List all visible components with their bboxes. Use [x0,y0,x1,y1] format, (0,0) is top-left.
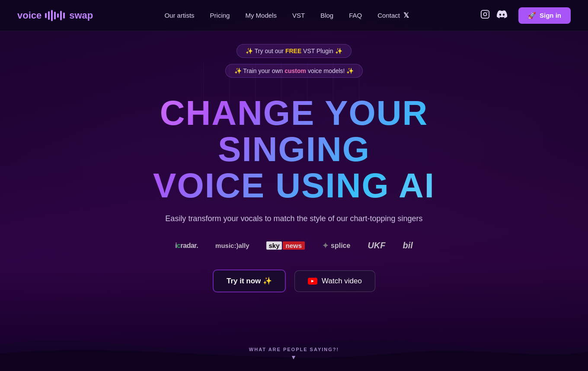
logo-swap: swap [69,10,93,21]
try-now-button[interactable]: Try it now ✨ [213,270,286,292]
bottom-label-text: WHAT ARE PEOPLE SAYING?! [249,347,339,352]
watch-video-label: Watch video [322,277,362,285]
nav-faq[interactable]: FAQ [349,12,362,19]
hero-subtitle: Easily transform your vocals to match th… [165,214,422,223]
bottom-arrow-icon: ▼ [249,354,339,361]
video-icon: ▶ [308,278,317,285]
vst-banner[interactable]: ✨ Try out our FREE VST Plugin ✨ [236,44,352,58]
main-content: ✨ Try out our FREE VST Plugin ✨ ✨ Train … [0,31,588,292]
splice-label: splice [331,242,350,250]
vst-banner-prefix: ✨ Try out our [246,48,285,54]
news-label: news [283,241,305,250]
sign-in-label: Sign in [540,12,561,19]
press-logo-skynews: skynews [266,241,305,250]
vst-banner-highlight: FREE [285,48,301,54]
nav-blog[interactable]: Blog [320,12,333,19]
discord-icon[interactable] [497,9,507,22]
wave-decoration [0,319,588,371]
press-logo-bil: bil [403,241,413,251]
x-icon: 𝕏 [403,11,409,19]
nav-contact[interactable]: Contact [377,12,400,19]
svg-rect-7 [481,10,489,18]
logo[interactable]: voice swap [17,10,93,22]
logo-voice: voice [17,10,42,21]
splice-icon: ✦ [322,241,329,251]
svg-rect-1 [48,11,50,20]
watch-video-button[interactable]: ▶ Watch video [294,270,375,292]
hero-line2: VOICE USING AI [153,166,435,205]
logo-waveform-icon [44,10,67,22]
nav-our-artists[interactable]: Our artists [164,12,194,19]
navbar: voice swap Our artists Pricing My Models… [0,0,588,31]
nav-social-icons: 🚀 Sign in [480,7,571,24]
nav-vst[interactable]: VST [292,12,305,19]
press-logo-icradar: icradar. [175,242,198,250]
hero-heading: CHANGE YOUR SINGING VOICE USING AI [99,95,489,204]
nav-my-models[interactable]: My Models [245,12,277,19]
svg-rect-5 [60,11,62,20]
press-logo-musicaly: music:)ally [215,242,249,249]
vst-banner-suffix: VST Plugin ✨ [301,48,342,54]
press-logos: icradar. music:)ally skynews ✦ splice UK… [175,241,413,251]
press-logo-ukf: UKF [368,241,385,251]
svg-rect-3 [54,12,56,19]
svg-point-9 [487,12,488,13]
svg-rect-0 [45,13,47,18]
grid-decoration [203,62,385,105]
sign-in-icon: 🚀 [528,12,536,19]
svg-rect-2 [51,10,53,21]
press-logo-splice: ✦ splice [322,241,350,251]
nav-pricing[interactable]: Pricing [210,12,230,19]
sign-in-button[interactable]: 🚀 Sign in [518,7,571,24]
sky-label: sky [266,241,281,250]
try-now-label: Try it now ✨ [227,276,272,285]
cta-buttons: Try it now ✨ ▶ Watch video [213,270,375,292]
svg-rect-4 [57,13,59,18]
nav-links: Our artists Pricing My Models VST Blog F… [164,11,409,19]
svg-rect-6 [63,13,65,19]
instagram-icon[interactable] [480,10,490,21]
bottom-label[interactable]: WHAT ARE PEOPLE SAYING?! ▼ [249,347,339,361]
svg-point-8 [483,13,486,16]
